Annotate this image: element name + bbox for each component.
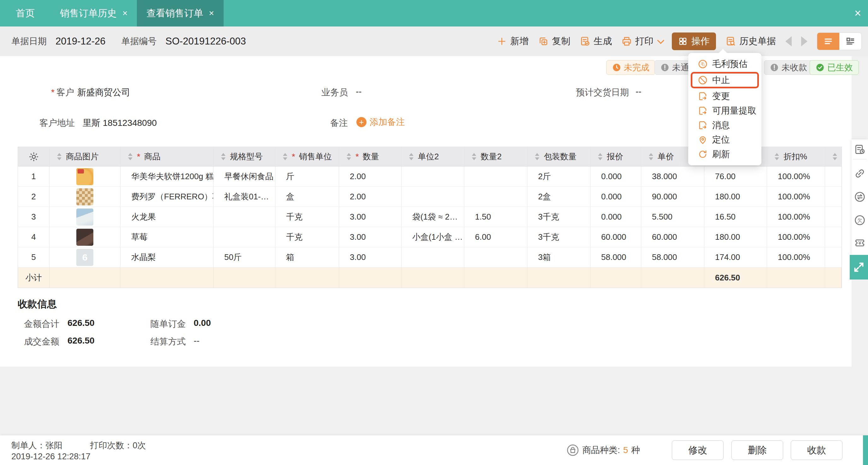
sort-icon[interactable] — [833, 153, 837, 160]
cell-quote: 60.000 — [590, 227, 641, 247]
expand-icon — [852, 261, 865, 274]
menu-item-abort[interactable]: 中止 — [691, 72, 759, 88]
header-qty2[interactable]: 数量2 — [464, 147, 527, 166]
status-badge-unfinished: 未完成 — [606, 60, 655, 75]
related-links-button[interactable] — [851, 165, 868, 182]
table-row[interactable]: 1 华美华夫软饼1200g 糕… 早餐休闲食品 斤 2.00 2斤 0.000 … — [18, 166, 841, 187]
required-mark: * — [137, 152, 141, 162]
table-row[interactable]: 2 费列罗（FERRERO）巧… 礼盒装01-… 盒 2.00 2盒 0.000… — [18, 187, 841, 207]
column-settings-button[interactable] — [18, 147, 50, 166]
product-image[interactable] — [76, 229, 93, 246]
sort-icon[interactable] — [775, 153, 779, 160]
next-order-icon[interactable] — [801, 36, 807, 46]
header-spec[interactable]: 规格型号 — [214, 147, 275, 166]
badge-label: 已生效 — [827, 62, 853, 73]
operate-dropdown-menu: 毛 毛利预估 中止 变更 可用量提取 消息 定位 刷新 — [688, 53, 762, 165]
header-gift[interactable]: 赠 — [825, 147, 841, 166]
table-row[interactable]: 4 草莓 千克 3.00 小盒(1小盒 … 6.00 3千克 60.000 60… — [18, 227, 841, 247]
product-image[interactable] — [76, 209, 93, 225]
cell-unit: 箱 — [275, 247, 339, 267]
edit-button[interactable]: 修改 — [672, 440, 723, 460]
delete-button[interactable]: 删除 — [732, 440, 783, 460]
doc-no-label: 单据编号 — [121, 35, 157, 47]
close-window-icon[interactable]: × — [855, 0, 861, 27]
cell-unit: 千克 — [275, 227, 339, 247]
cell-unit2: 小盒(1小盒 … — [402, 227, 464, 247]
order-log-button[interactable] — [851, 141, 868, 158]
doc-arrow-icon — [698, 91, 708, 101]
header-quote[interactable]: 报价 — [590, 147, 641, 166]
created-timestamp: 2019-12-26 12:28:17 — [11, 452, 91, 462]
cell-product: 草莓 — [121, 227, 214, 247]
sort-icon[interactable] — [649, 153, 653, 160]
svg-text:毛: 毛 — [700, 62, 705, 67]
sort-icon[interactable] — [283, 153, 287, 160]
tab-view-sales-order[interactable]: 查看销售订单 × — [137, 0, 223, 27]
card-view-button[interactable] — [839, 33, 861, 50]
header-discount[interactable]: 折扣% — [767, 147, 825, 166]
menu-item-label: 定位 — [712, 134, 730, 146]
sort-icon[interactable] — [472, 153, 476, 160]
sort-icon[interactable] — [535, 153, 539, 160]
copy-button[interactable]: 复制 — [538, 35, 570, 48]
tab-sales-order-history[interactable]: 销售订单历史 × — [51, 0, 137, 27]
menu-item-refresh[interactable]: 刷新 — [688, 147, 762, 161]
menu-item-label: 消息 — [712, 119, 730, 131]
menu-item-message[interactable]: 消息 — [688, 118, 762, 132]
header-sale-unit[interactable]: *销售单位 — [275, 147, 339, 166]
cell-discount: 100.00% — [767, 187, 825, 207]
check-icon — [816, 63, 825, 72]
operate-button[interactable]: 操作 — [672, 32, 716, 50]
arrears-button[interactable]: 欠 — [851, 211, 868, 229]
sort-icon[interactable] — [409, 153, 413, 160]
table-row[interactable]: 3 火龙果 千克 3.00 袋(1袋 ≈ 2… 1.50 3千克 0.000 5… — [18, 207, 841, 227]
header-pack-qty[interactable]: 包装数量 — [527, 147, 590, 166]
printer-icon — [621, 36, 632, 47]
copy-label: 复制 — [552, 35, 570, 48]
sort-icon[interactable] — [598, 153, 602, 160]
cell-amount: 16.50 — [704, 207, 767, 227]
product-image[interactable]: 6 — [76, 249, 93, 266]
transfer-button[interactable] — [851, 188, 868, 206]
menu-item-change[interactable]: 变更 — [688, 89, 762, 103]
sku-count-value: 5 — [623, 445, 628, 455]
menu-item-profit-estimate[interactable]: 毛 毛利预估 — [688, 57, 762, 71]
table-row[interactable]: 5 6 水晶梨 50斤 箱 3.00 3箱 58.000 58.000 174.… — [18, 247, 841, 268]
print-button[interactable]: 打印 — [621, 35, 662, 48]
product-image[interactable] — [76, 188, 93, 205]
total-amount-label: 金额合计 — [9, 318, 59, 330]
history-doc-button[interactable]: 历史单据 — [725, 35, 776, 48]
header-unit2[interactable]: 单位2 — [402, 147, 464, 166]
abort-ban-icon — [698, 75, 708, 85]
add-remark-button[interactable]: + 添加备注 — [356, 116, 405, 128]
add-button[interactable]: 新增 — [496, 35, 529, 48]
chevron-down-icon[interactable] — [657, 37, 664, 44]
deal-amount-label: 成交金额 — [9, 336, 59, 348]
sort-icon[interactable] — [128, 153, 132, 160]
product-image[interactable] — [76, 168, 93, 185]
sort-icon[interactable] — [57, 153, 62, 160]
close-tab-icon[interactable]: × — [122, 8, 127, 18]
header-product[interactable]: *商品 — [121, 147, 214, 166]
expand-panel-button[interactable] — [850, 255, 868, 279]
doc-arrow-icon — [698, 120, 708, 130]
cell-qty2 — [464, 187, 527, 207]
cell-unit2: 袋(1袋 ≈ 2… — [402, 207, 464, 227]
generate-button[interactable]: 生成 — [580, 35, 612, 48]
coupon-button[interactable]: ¥ — [851, 234, 868, 252]
customer-value[interactable]: 新盛商贸公司 — [77, 87, 130, 98]
delivery-date-label: 预计交货日期 — [534, 87, 629, 98]
header-product-image[interactable]: 商品图片 — [50, 147, 121, 166]
tab-home[interactable]: 首页 — [0, 0, 51, 27]
menu-item-locate[interactable]: 定位 — [688, 132, 762, 147]
close-tab-icon[interactable]: × — [209, 8, 214, 18]
receive-payment-button[interactable]: 收款 — [791, 440, 842, 460]
side-handle[interactable] — [863, 435, 868, 465]
sort-icon[interactable] — [221, 153, 225, 160]
cell-discount: 100.00% — [767, 247, 825, 267]
sort-icon[interactable] — [347, 153, 351, 160]
menu-item-available-extract[interactable]: 可用量提取 — [688, 103, 762, 118]
header-qty[interactable]: *数量 — [339, 147, 402, 166]
prev-order-icon[interactable] — [785, 36, 792, 46]
list-view-button[interactable] — [817, 33, 839, 50]
